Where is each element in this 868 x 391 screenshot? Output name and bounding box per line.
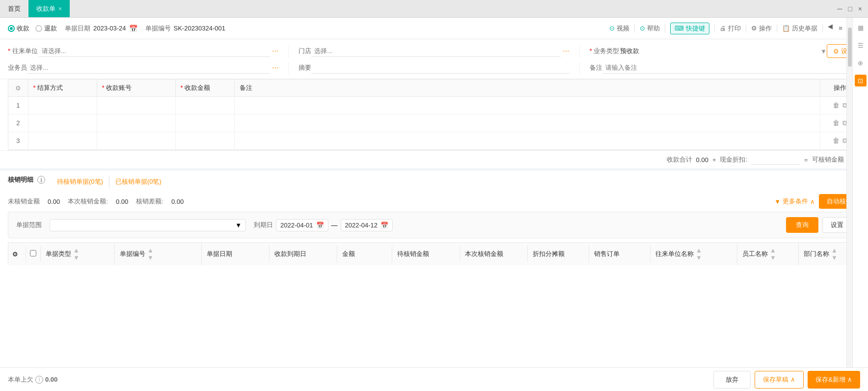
operation-btn[interactable]: ⚙ 操作 [751,24,772,33]
row-2-remark[interactable] [234,114,820,132]
sidebar-link-icon[interactable]: ⊕ [855,57,867,69]
row-2-num: 2 [8,114,28,132]
biz-type-value: 预收款 [620,47,817,56]
date-field: 单据日期 2023-03-24 📅 [65,24,137,33]
row-2-delete-icon[interactable]: 🗑 [833,119,840,127]
table-container: ⚙ * 结算方式 * 收款账号 * 收款金额 [8,79,860,150]
partner-more-icon[interactable]: ··· [272,47,278,56]
history-icon: 📋 [782,25,790,32]
arrow-left-icon[interactable]: ◀ [828,23,833,34]
row-3-settlement[interactable] [28,132,97,150]
verification-section: 核销明细 i 待核销单据(0笔) 已核销单据(0笔) 未核销金额 0.00 本次… [0,168,868,270]
partner-input[interactable] [39,45,270,57]
salesperson-more-icon[interactable]: ··· [272,63,278,72]
col-current-cancel: 本次核销金额 [460,246,528,262]
sidebar-active-icon[interactable]: ⊡ [855,75,867,86]
help-btn[interactable]: ⊙ 帮助 [640,24,660,33]
divider6 [822,25,823,32]
tab-receipt-label: 收款单 [36,4,55,13]
chevron-icon: ∧ [810,198,815,205]
refund-label: 退款 [44,24,57,33]
row-3-delete-icon[interactable]: 🗑 [833,137,840,145]
footer-bar: 本单上欠 i 0.00 放弃 保存草稿 ∧ 保存&新增 ∧ [0,367,868,391]
tab-close-icon[interactable]: × [58,5,62,12]
biz-type-select[interactable]: 预收款 ▼ [620,47,827,56]
row-3-amount[interactable] [175,132,234,150]
pending-tab[interactable]: 待核销单据(0笔) [51,175,109,188]
form-row-2: 业务员 ··· 摘要 备注 [8,62,860,74]
refund-radio[interactable]: 退款 [35,24,57,33]
refund-radio-dot [35,25,42,32]
scope-select[interactable]: ▼ [50,219,246,231]
partner-field: 往来单位 ··· [8,45,278,57]
discard-btn[interactable]: 放弃 [713,371,751,389]
row-1-account[interactable] [97,97,175,114]
store-more-icon[interactable]: ··· [563,47,569,56]
table-gear-header[interactable]: ⚙ [8,80,28,97]
row-3-account[interactable] [97,132,175,150]
filter-icon: ▼ [774,198,781,205]
doc-no-field: 单据编号 SK-20230324-001 [145,24,226,33]
uncanceled-label: 未核销金额 [8,197,40,206]
scroll-thumb[interactable] [848,28,852,67]
row-1-amount[interactable] [175,97,234,114]
due-date-start[interactable]: 2022-04-01 📅 [276,219,328,231]
summary-discount-input[interactable] [751,155,800,165]
summary-plus: + [712,156,716,164]
summary-available-label: 可核销金额 [812,155,844,164]
col-discount: 折扣分摊额 [528,246,589,262]
store-input[interactable] [311,45,561,57]
row-2-amount[interactable] [175,114,234,132]
history-btn[interactable]: 📋 历史单据 [782,24,817,33]
list-view-btn[interactable]: ≡ [835,23,846,34]
info-help-icon[interactable]: i [35,376,43,384]
save-draft-btn[interactable]: 保存草稿 ∧ [755,371,804,389]
tab-receipt[interactable]: 收款单 × [28,0,70,17]
scroll-bar-area[interactable] [846,18,852,367]
row-1-settlement[interactable] [28,97,97,114]
print-btn[interactable]: 🖨 打印 [720,24,741,33]
row-2-account[interactable] [97,114,175,132]
video-btn[interactable]: ⊙ 视频 [609,24,629,33]
sidebar-table-icon[interactable]: ▦ [855,22,867,33]
query-btn[interactable]: 查询 [786,217,818,233]
save-new-arrow: ∧ [847,376,852,383]
window-max-icon[interactable]: □ [848,5,852,13]
section-title: 核销明细 i [8,175,45,184]
window-close-icon[interactable]: × [858,5,862,13]
row-2-settlement[interactable] [28,114,97,132]
divider5 [777,25,777,32]
salesperson-label: 业务员 [8,63,27,72]
shortcut-btn[interactable]: ⌨ 快捷键 [670,23,709,34]
info-icon[interactable]: i [37,176,45,184]
divider2 [665,25,665,32]
calendar-icon[interactable]: 📅 [129,25,137,32]
section-title-text: 核销明细 [8,175,33,184]
sidebar-attachment-icon[interactable]: ☰ [855,39,867,51]
biz-type-label: 业务类型 [590,47,620,56]
done-tab[interactable]: 已核销单据(0笔) [109,175,167,188]
remark-input[interactable] [602,62,860,74]
row-3-remark[interactable] [234,132,820,150]
bottom-gear-col[interactable]: ⚙ [8,247,26,262]
due-date-end[interactable]: 2022-04-12 📅 [341,219,393,231]
row-1-delete-icon[interactable]: 🗑 [833,101,840,110]
gear-icon: ⚙ [833,48,839,55]
current-label: 本单上欠 [8,375,33,384]
biz-type-arrow: ▼ [820,48,827,55]
window-min-icon[interactable]: ─ [837,5,842,13]
col-settlement: * 结算方式 [28,80,97,97]
tab-home[interactable]: 首页 [0,0,28,17]
tab-home-label: 首页 [8,4,21,13]
more-filter-btn[interactable]: ▼ 更多条件 ∧ [774,197,815,206]
receipt-radio[interactable]: 收款 [8,24,29,33]
receipt-radio-dot [8,25,15,32]
operation-icon: ⚙ [751,25,757,32]
col-partner-name: 往来单位名称 ▲▼ [651,243,737,265]
select-all-checkbox[interactable] [30,250,36,256]
divider-form4 [579,62,580,74]
row-1-remark[interactable] [234,97,820,114]
salesperson-input[interactable] [27,62,270,74]
save-new-btn[interactable]: 保存&新增 ∧ [808,371,860,389]
summary-input[interactable] [311,62,569,74]
